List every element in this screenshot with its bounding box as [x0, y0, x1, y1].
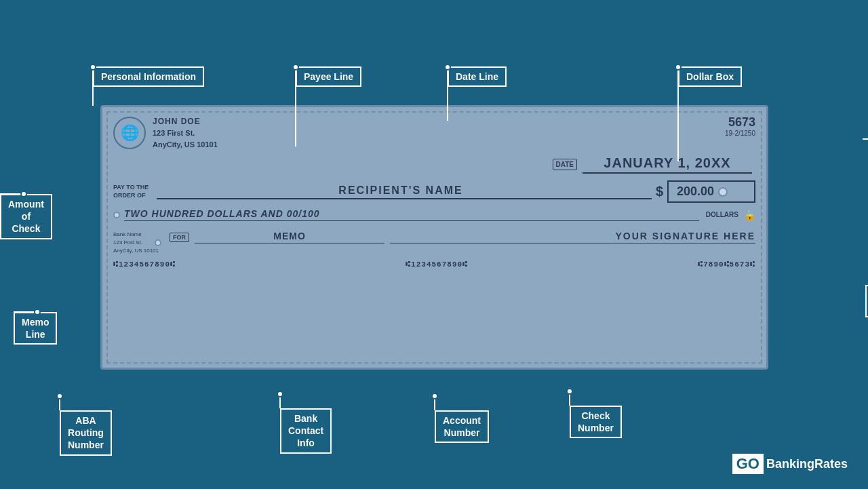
amount-dot	[113, 212, 120, 218]
check-diagram: 🌐 JOHN DOE 123 First St. AnyCity, US 101…	[100, 105, 768, 370]
personal-text: JOHN DOE 123 First St. AnyCity, US 10101	[153, 115, 218, 150]
check-personal-area: 🌐 JOHN DOE 123 First St. AnyCity, US 101…	[113, 115, 218, 150]
micr-bank: ⑆1234567890⑆	[406, 260, 468, 269]
memo-sig-row: FOR MEMO YOUR SIGNATURE HERE	[170, 231, 755, 243]
memo-row: FOR MEMO YOUR SIGNATURE HERE	[170, 231, 755, 243]
check-top-row: 🌐 JOHN DOE 123 First St. AnyCity, US 101…	[113, 115, 755, 150]
check: 🌐 JOHN DOE 123 First St. AnyCity, US 101…	[100, 105, 768, 370]
pay-to-label: PAY TO THE ORDER OF	[113, 184, 149, 199]
lock-icon: 🔒	[744, 210, 755, 220]
micr-row: ⑆1234567890⑆ ⑆1234567890⑆ ⑆7890⑆5673⑆	[113, 260, 755, 269]
check-amount-row: TWO HUNDRED DOLLARS AND 00/100 DOLLARS 🔒	[113, 208, 755, 221]
check-bottom: Bank Name 123 First St. AnyCity, US 1010…	[113, 231, 755, 255]
globe-icon: 🌐	[113, 117, 146, 149]
payee-name: RECIPIENT'S NAME	[157, 184, 652, 199]
check-date-row: DATE JANUARY 1, 20XX	[113, 155, 755, 174]
micr-routing: ⑆1234567890⑆	[113, 260, 176, 269]
bank-info: Bank Name 123 First St. AnyCity, US 1010…	[113, 231, 159, 255]
dollar-circle-dot	[718, 187, 728, 197]
check-payee-row: PAY TO THE ORDER OF RECIPIENT'S NAME $ 2…	[113, 180, 755, 203]
check-number-area: 5673 19-2/1250	[725, 115, 755, 137]
bank-info-dot	[155, 239, 161, 246]
micr-check: ⑆7890⑆5673⑆	[698, 260, 755, 269]
logo-go: GO	[732, 454, 764, 474]
logo-gobankingrates: GO BankingRates	[732, 454, 848, 474]
dollar-box: 200.00	[667, 180, 755, 203]
logo-text: BankingRates	[766, 457, 848, 471]
